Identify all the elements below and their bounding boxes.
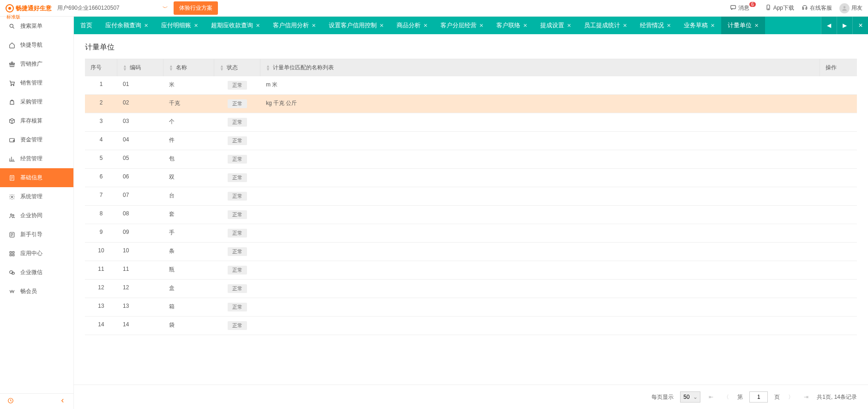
- sidebar: 搜索菜单快捷导航营销推广销售管理采购管理库存核算资金管理经营管理基础信息系统管理…: [0, 17, 74, 409]
- cell-status: 正常: [214, 317, 260, 335]
- tab-6[interactable]: 商品分析✕: [390, 17, 434, 34]
- tabs-scroll-right[interactable]: ▶: [837, 17, 852, 34]
- cell-status: 正常: [214, 261, 260, 279]
- cell-operation: [820, 298, 857, 316]
- close-icon[interactable]: ✕: [144, 23, 148, 29]
- table-row[interactable]: 606双正常: [85, 169, 857, 187]
- cell-status: 正常: [214, 243, 260, 261]
- th-match[interactable]: ▲▼计量单位匹配的名称列表: [260, 59, 820, 76]
- close-icon[interactable]: ✕: [194, 23, 198, 29]
- tab-0[interactable]: 首页: [74, 17, 99, 34]
- page-first[interactable]: ⇤: [707, 394, 715, 400]
- cell-code: 05: [117, 150, 163, 168]
- page-input[interactable]: [749, 391, 768, 403]
- per-page-select[interactable]: 50: [680, 391, 700, 403]
- table-row[interactable]: 303个正常: [85, 113, 857, 132]
- th-index[interactable]: 序号: [85, 59, 117, 76]
- cell-operation: [820, 95, 857, 113]
- tab-label: 计量单位: [728, 21, 752, 30]
- cell-operation: [820, 132, 857, 150]
- table-row[interactable]: 1111瓶正常: [85, 261, 857, 280]
- table-row[interactable]: 404件正常: [85, 132, 857, 150]
- sidebar-footer-left-icon[interactable]: [7, 397, 14, 405]
- page-next[interactable]: 〉: [786, 393, 796, 401]
- sidebar-collapse-icon[interactable]: [60, 397, 66, 405]
- tab-10[interactable]: 员工提成统计✕: [578, 17, 633, 34]
- page-last[interactable]: ⇥: [802, 394, 810, 400]
- sidebar-item-11[interactable]: 新手引导: [0, 225, 73, 244]
- online-service-link[interactable]: 在线客服: [802, 4, 832, 12]
- tab-5[interactable]: 设置客户信用控制✕: [322, 17, 390, 34]
- tab-3[interactable]: 超期应收款查询✕: [205, 17, 266, 34]
- sidebar-item-10[interactable]: 企业协同: [0, 206, 73, 225]
- app-download-link[interactable]: App下载: [765, 4, 794, 12]
- table-row[interactable]: 1212盒正常: [85, 280, 857, 298]
- cell-code: 12: [117, 280, 163, 298]
- tab-2[interactable]: 应付明细账✕: [155, 17, 205, 34]
- sidebar-item-9[interactable]: 系统管理: [0, 187, 73, 206]
- cell-status: 正常: [214, 169, 260, 187]
- team-icon: [8, 212, 16, 220]
- sidebar-item-1[interactable]: 快捷导航: [0, 36, 73, 55]
- sidebar-item-14[interactable]: 畅会员: [0, 282, 73, 301]
- tab-12[interactable]: 业务草稿✕: [677, 17, 721, 34]
- status-badge: 正常: [228, 173, 247, 182]
- close-icon[interactable]: ✕: [423, 23, 428, 29]
- tabs-scroll-left[interactable]: ◀: [821, 17, 837, 34]
- tab-13[interactable]: 计量单位✕: [721, 17, 765, 34]
- table-row[interactable]: 707台正常: [85, 187, 857, 206]
- user-menu[interactable]: 用友: [839, 3, 862, 13]
- table-row[interactable]: 202千克正常kg 千克 公斤: [85, 95, 857, 113]
- cell-name: 台: [163, 187, 214, 205]
- sidebar-item-6[interactable]: 资金管理: [0, 130, 73, 149]
- sidebar-item-label: 快捷导航: [20, 41, 42, 49]
- table-row[interactable]: 1414袋正常: [85, 317, 857, 335]
- tab-11[interactable]: 经营情况✕: [633, 17, 677, 34]
- table-row[interactable]: 808套正常: [85, 206, 857, 224]
- table-row[interactable]: 101米正常m 米: [85, 76, 857, 95]
- sidebar-item-3[interactable]: 销售管理: [0, 73, 73, 92]
- page-prev[interactable]: 〈: [722, 393, 731, 401]
- close-icon[interactable]: ✕: [479, 23, 483, 29]
- sidebar-item-13[interactable]: 企业微信: [0, 263, 73, 282]
- table-row[interactable]: 505包正常: [85, 150, 857, 169]
- sidebar-item-4[interactable]: 采购管理: [0, 92, 73, 111]
- sidebar-item-5[interactable]: 库存核算: [0, 111, 73, 130]
- close-icon[interactable]: ✕: [567, 23, 571, 29]
- close-icon[interactable]: ✕: [523, 23, 527, 29]
- sidebar-item-2[interactable]: 营销推广: [0, 55, 73, 73]
- sidebar-item-7[interactable]: 经营管理: [0, 149, 73, 168]
- tab-9[interactable]: 提成设置✕: [534, 17, 578, 34]
- cell-match: [260, 280, 820, 298]
- close-icon[interactable]: ✕: [711, 23, 715, 29]
- tabs-close-all[interactable]: ✕: [852, 17, 868, 34]
- headset-icon: [802, 4, 808, 12]
- sidebar-item-8[interactable]: 基础信息: [0, 168, 73, 187]
- trial-button[interactable]: 体验行业方案: [174, 1, 218, 15]
- table-row[interactable]: 1010条正常: [85, 243, 857, 261]
- tenant-selector[interactable]: 用户690企业1660120507 ﹀: [57, 4, 168, 12]
- th-status[interactable]: ▲▼状态: [214, 59, 260, 76]
- tab-4[interactable]: 客户信用分析✕: [266, 17, 322, 34]
- sidebar-item-12[interactable]: 应用中心: [0, 244, 73, 263]
- close-icon[interactable]: ✕: [754, 23, 759, 29]
- messages-link[interactable]: 消息 6: [730, 4, 758, 12]
- tab-8[interactable]: 客户联络✕: [490, 17, 534, 34]
- tab-7[interactable]: 客户分层经营✕: [434, 17, 490, 34]
- close-icon[interactable]: ✕: [312, 23, 316, 29]
- cell-match: [260, 169, 820, 187]
- search-icon: [8, 23, 16, 30]
- table-row[interactable]: 909手正常: [85, 224, 857, 243]
- svg-point-13: [12, 214, 14, 216]
- th-name[interactable]: ▲▼名称: [163, 59, 214, 76]
- status-badge: 正常: [228, 192, 247, 201]
- cell-index: 10: [85, 243, 117, 261]
- close-icon[interactable]: ✕: [623, 23, 627, 29]
- close-icon[interactable]: ✕: [380, 23, 384, 29]
- table-row[interactable]: 1313箱正常: [85, 298, 857, 317]
- status-badge: 正常: [228, 321, 247, 330]
- close-icon[interactable]: ✕: [667, 23, 671, 29]
- close-icon[interactable]: ✕: [256, 23, 260, 29]
- tab-1[interactable]: 应付余额查询✕: [99, 17, 155, 34]
- th-code[interactable]: ▲▼编码: [117, 59, 163, 76]
